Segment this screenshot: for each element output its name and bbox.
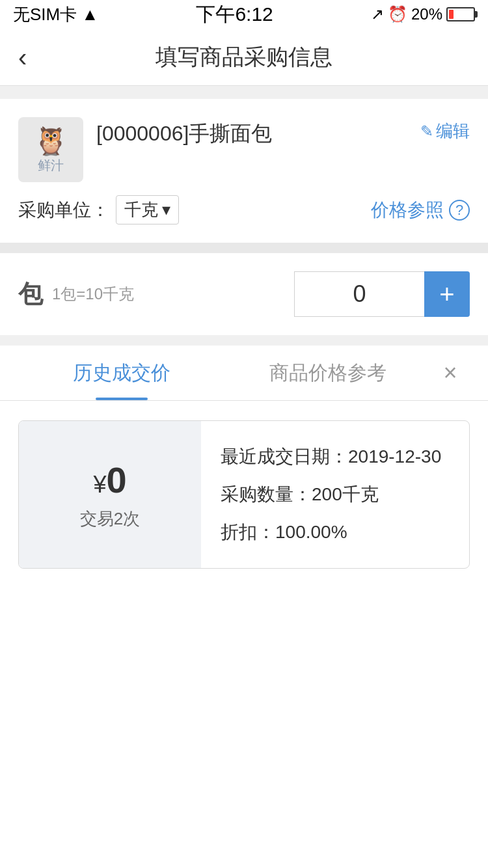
price-ref-label: 价格参照 [371,198,444,223]
section-divider [0,243,488,253]
unit-prefix: 采购单位： [18,198,109,223]
tabs-header: 历史成交价 商品价格参考 × [0,346,488,401]
quantity-label: 包 1包=10千克 [18,278,134,311]
quantity-plus-button[interactable]: + [424,271,470,317]
discount-label: 折扣： [221,522,275,542]
battery-percent: 20% [411,5,442,23]
date-label: 最近成交日期： [221,446,348,467]
nav-bar: ‹ 填写商品采购信息 [0,29,488,86]
product-name: [0000006]手撕面包 [96,117,272,148]
product-thumbnail-icon: 🦉 [34,125,68,157]
battery-icon [446,7,475,21]
tab-product-price-ref[interactable]: 商品价格参考 [224,346,431,400]
unit-value: 千克 [124,198,158,221]
price-symbol: ¥ [93,471,106,498]
history-date-item: 最近成交日期：2019-12-30 [221,443,450,470]
product-footer: 采购单位： 千克 ▾ 价格参照 ? [18,195,470,224]
help-icon: ? [449,200,470,221]
quantity-control: + [294,271,470,317]
history-card: ¥0 交易2次 最近成交日期：2019-12-30 采购数量：200千克 折扣：… [18,420,470,569]
unit-select[interactable]: 千克 ▾ [116,195,179,224]
status-bar: 无SIM卡 ▲ 下午6:12 ↗ ⏰ 20% [0,0,488,29]
history-qty-item: 采购数量：200千克 [221,481,450,508]
date-value: 2019-12-30 [348,446,441,467]
unit-dropdown-icon: ▾ [162,200,170,220]
page-title: 填写商品采购信息 [156,42,332,72]
product-image: 🦉 鲜汁 [18,117,83,182]
product-header: 🦉 鲜汁 [0000006]手撕面包 ✎ 编辑 [18,117,470,182]
status-time: 下午6:12 [196,1,273,28]
tabs-close-button[interactable]: × [431,346,470,400]
quantity-unit: 包 [18,278,43,311]
alarm-icon: ⏰ [388,5,407,23]
price-ref-button[interactable]: 价格参照 ? [371,198,470,223]
content-area [0,588,488,868]
location-icon: ↗ [371,5,384,23]
qty-label: 采购数量： [221,484,312,504]
history-tx-count: 交易2次 [80,508,140,530]
edit-label: 编辑 [436,120,470,142]
history-price: ¥0 [93,459,126,501]
product-card: 🦉 鲜汁 [0000006]手撕面包 ✎ 编辑 采购单位： 千克 ▾ 价格参照 … [0,99,488,243]
unit-label: 采购单位： 千克 ▾ [18,195,179,224]
price-value: 0 [106,459,126,500]
product-icon-sublabel: 鲜汁 [38,157,64,174]
product-left: 🦉 鲜汁 [0000006]手撕面包 [18,117,272,182]
status-right: ↗ ⏰ 20% [371,5,475,23]
discount-value: 100.00% [275,522,347,542]
quantity-input[interactable] [294,271,424,317]
carrier-text: 无SIM卡 ▲ [13,3,98,26]
tab-history-price[interactable]: 历史成交价 [18,346,224,400]
edit-button[interactable]: ✎ 编辑 [420,117,470,142]
tabs-section: 历史成交价 商品价格参考 × ¥0 交易2次 最近成交日期：2019-12-30… [0,346,488,868]
history-discount-item: 折扣：100.00% [221,519,450,546]
edit-icon: ✎ [420,122,433,141]
qty-value: 200千克 [312,484,379,504]
status-left: 无SIM卡 ▲ [13,3,98,26]
history-left-panel: ¥0 交易2次 [19,421,201,568]
history-right-panel: 最近成交日期：2019-12-30 采购数量：200千克 折扣：100.00% [201,421,469,568]
quantity-row: 包 1包=10千克 + [0,253,488,335]
back-button[interactable]: ‹ [18,44,27,70]
quantity-conversion: 1包=10千克 [52,284,134,305]
